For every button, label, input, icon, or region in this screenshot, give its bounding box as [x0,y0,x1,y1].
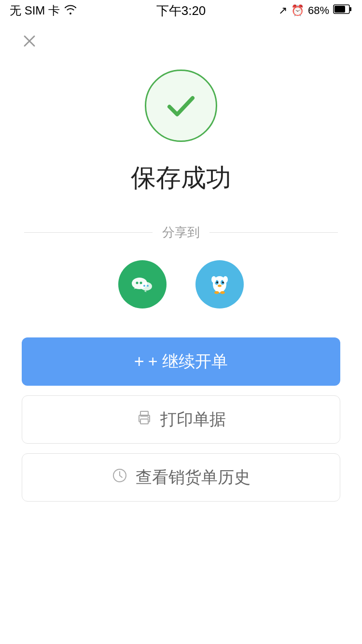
carrier-text: 无 SIM 卡 [10,3,60,18]
svg-point-9 [143,285,145,287]
plus-icon: + [134,351,144,372]
continue-order-button[interactable]: + + 继续开单 [22,337,340,386]
svg-rect-23 [140,419,148,424]
divider-line-left [24,232,153,233]
qq-share-button[interactable] [195,260,244,308]
continue-order-label: + 继续开单 [148,350,228,373]
wechat-share-button[interactable] [118,260,167,308]
status-bar: 无 SIM 卡 下午3:20 ↗ ⏰ 68% [0,0,362,21]
status-left: 无 SIM 卡 [10,3,77,18]
svg-rect-2 [334,6,345,13]
svg-point-14 [216,281,218,283]
print-label: 打印单据 [160,408,226,431]
share-icons-container [118,260,244,308]
share-section: 分享到 [0,224,362,308]
status-time: 下午3:20 [156,2,206,19]
battery-text: 68% [308,4,329,17]
print-button[interactable]: 打印单据 [22,395,340,444]
share-divider-text: 分享到 [162,224,200,241]
svg-point-18 [223,276,228,283]
main-content: 保存成功 分享到 [0,21,362,502]
wifi-icon [64,4,77,17]
svg-point-6 [140,282,152,291]
svg-point-24 [148,417,149,419]
action-buttons: + + 继续开单 打印单据 查看销货单历 [22,337,340,502]
history-button[interactable]: 查看销货单历史 [22,453,340,502]
svg-rect-1 [349,7,351,11]
print-icon [136,409,153,430]
status-right: ↗ ⏰ 68% [278,4,352,17]
share-divider: 分享到 [0,224,362,241]
close-button[interactable] [17,29,42,53]
alarm-icon: ⏰ [291,4,304,17]
svg-point-8 [140,282,142,284]
history-label: 查看销货单历史 [136,466,251,489]
divider-line-right [209,232,338,233]
svg-point-16 [218,285,222,287]
svg-point-19 [214,291,219,294]
success-circle [145,70,217,142]
battery-icon [333,4,352,17]
svg-point-7 [136,282,139,284]
location-icon: ↗ [278,4,287,17]
success-title: 保存成功 [131,161,231,195]
svg-point-17 [211,276,216,283]
history-icon [111,467,128,488]
svg-point-20 [220,291,225,294]
svg-point-10 [147,285,149,287]
